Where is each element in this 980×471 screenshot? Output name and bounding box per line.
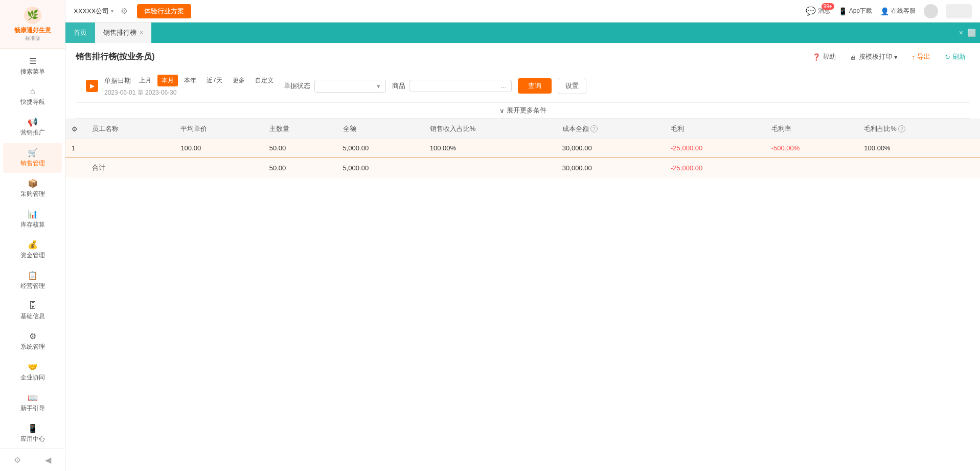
app-subtitle: 标准版 [25,35,40,42]
cell-amount-0: 5,000.00 [337,139,424,158]
data-table: ⚙ 员工名称 平均单价 主数量 全额 销售收入占比% 成本全额 ? 毛利 [65,119,980,177]
date-tab-近7天[interactable]: 近7天 [202,75,226,86]
sidebar-label-2: 营销推广 [20,128,45,137]
win-restore-btn[interactable]: ⬜ [967,29,976,37]
tab-home[interactable]: 首页 [65,23,95,43]
sidebar-item-经营管理[interactable]: 📋 经营管理 [3,265,62,296]
sidebar-label-3: 销售管理 [20,159,45,168]
help-icon: ❓ [812,53,821,61]
sidebar-item-库存核算[interactable]: 📊 库存核算 [3,204,62,234]
cell-qty-0: 50.00 [263,139,337,158]
date-filter-section: 单据日期 上月本月本年近7天更多自定义 2023-06-01 至 2023-06… [104,75,278,97]
sidebar-label-11: 新手引导 [20,404,45,413]
sidebar-item-快捷导航[interactable]: ⌂ 快捷导航 [3,82,62,111]
sidebar-label-0: 搜索菜单 [20,68,45,76]
help-button[interactable]: ❓ 帮助 [808,50,840,63]
topbar-settings-icon[interactable]: ⚙ [121,6,128,16]
table-row: 1 100.00 50.00 5,000.00 100.00% 30,000.0… [65,139,980,158]
sidebar-item-基础信息[interactable]: 🗄 基础信息 [3,296,62,326]
cell-cost-0: 30,000.00 [556,139,665,158]
goods-more-icon[interactable]: ... [501,82,506,89]
sidebar-item-系统管理[interactable]: ⚙ 系统管理 [3,326,62,356]
expand-label: 展开更多条件 [507,106,546,115]
date-tab-上月[interactable]: 上月 [135,75,155,86]
app-logo: 🌿 畅康通好生意 标准版 [0,0,65,49]
tab-close-icon[interactable]: × [140,29,143,36]
page-header: 销售排行榜(按业务员) ❓ 帮助 🖨 按模板打印 ▾ ↑ 导出 [65,43,980,119]
expand-conditions-btn[interactable]: ∨ 展开更多条件 [499,106,546,115]
company-name: XXXXX公司 [74,7,109,16]
sidebar-collapse-btn[interactable]: ◀ [41,453,55,467]
status-select-arrow: ▾ [377,82,380,90]
company-dropdown-arrow: ▾ [111,8,113,14]
status-filter-section: 单据状态 ▾ [284,80,386,93]
window-controls: × ⬜ [959,23,980,43]
sidebar-label-5: 库存核算 [20,220,45,229]
message-icon: 💬 [806,6,816,16]
sidebar-item-应用中心[interactable]: 📱 应用中心 [3,418,62,448]
sidebar-label-1: 快捷导航 [20,98,45,106]
sidebar-item-采购管理[interactable]: 📦 采购管理 [3,173,62,204]
topbar: XXXXX公司 ▾ ⚙ 体验行业方案 💬 消息 99+ 📱 App下载 👤 在线… [65,0,980,23]
footer-qty: 50.00 [263,158,337,177]
date-tab-本月[interactable]: 本月 [157,75,178,86]
th-avg-price: 平均单价 [174,119,263,139]
trial-button[interactable]: 体验行业方案 [137,4,191,18]
sidebar-item-企业协同[interactable]: 🤝 企业协同 [3,357,62,387]
tab-home-label: 首页 [74,28,87,37]
date-tab-自定义[interactable]: 自定义 [251,75,278,86]
sidebar-item-营销推广[interactable]: 📢 营销推广 [3,112,62,142]
company-selector[interactable]: XXXXX公司 ▾ [74,7,113,16]
user-name-area [946,4,972,18]
th-cost: 成本全额 ? [556,119,665,139]
sidebar-item-资金管理[interactable]: 💰 资金管理 [3,235,62,265]
export-button[interactable]: ↑ 导出 [908,50,935,63]
refresh-label: 刷新 [952,52,966,61]
app-download-btn[interactable]: 📱 App下载 [838,7,872,15]
online-service-btn[interactable]: 👤 在线客服 [880,7,916,15]
tab-sales-ranking[interactable]: 销售排行榜 × [95,23,151,43]
footer-sales-pct [424,158,556,177]
tab-sales-label: 销售排行榜 [103,28,136,37]
footer-avg [174,158,263,177]
sidebar-label-10: 企业协同 [20,373,45,382]
sidebar-label-6: 资金管理 [20,251,45,260]
sidebar-item-新手引导[interactable]: 📖 新手引导 [3,388,62,418]
message-btn[interactable]: 💬 消息 99+ [806,6,830,16]
user-avatar[interactable] [924,4,938,18]
app-download-label: App下载 [849,7,872,15]
status-select[interactable]: ▾ [314,80,386,93]
sidebar-icon-4: 📦 [28,178,38,188]
win-close-btn[interactable]: × [959,29,963,37]
sidebar-icon-10: 🤝 [28,362,38,372]
th-settings[interactable]: ⚙ [65,119,86,139]
goods-input[interactable]: ... [409,80,512,92]
settings-button[interactable]: 设置 [558,78,586,94]
filter-toggle-btn[interactable]: ▶ [86,80,98,92]
gross-pct-help-icon[interactable]: ? [898,125,905,132]
app-title: 畅康通好生意 [14,27,51,35]
sidebar-item-搜索菜单[interactable]: ☰ 搜索菜单 [3,51,62,81]
sidebar-item-销售管理[interactable]: 🛒 销售管理 [3,143,62,173]
sidebar-settings-btn[interactable]: ⚙ [10,453,25,467]
cost-help-icon[interactable]: ? [590,125,598,132]
print-dropdown-icon: ▾ [894,53,898,61]
cell-name-0 [86,139,174,158]
topbar-right: 💬 消息 99+ 📱 App下载 👤 在线客服 [806,4,972,18]
sidebar-icon-6: 💰 [28,240,38,250]
goods-filter-section: 商品 ... [392,80,512,92]
date-tab-本年[interactable]: 本年 [180,75,200,86]
sidebar-menu: ☰ 搜索菜单 ⌂ 快捷导航 📢 营销推广 🛒 销售管理 📦 采购管理 📊 库存核… [0,49,65,448]
date-range-display: 2023-06-01 至 2023-06-30 [104,88,278,97]
query-button[interactable]: 查询 [518,78,552,94]
date-filter-label: 单据日期 [104,76,131,85]
page-title-row: 销售排行榜(按业务员) ❓ 帮助 🖨 按模板打印 ▾ ↑ 导出 [76,50,970,63]
date-tab-更多[interactable]: 更多 [229,75,249,86]
sidebar-icon-2: 📢 [28,117,38,127]
sidebar-icon-11: 📖 [28,393,38,402]
print-button[interactable]: 🖨 按模板打印 ▾ [846,50,902,63]
table-footer-row: 合计 50.00 5,000.00 30,000.00 -25,000.00 [65,158,980,177]
refresh-button[interactable]: ↻ 刷新 [941,50,970,63]
sidebar-label-8: 基础信息 [20,312,45,321]
refresh-icon: ↻ [945,53,950,61]
